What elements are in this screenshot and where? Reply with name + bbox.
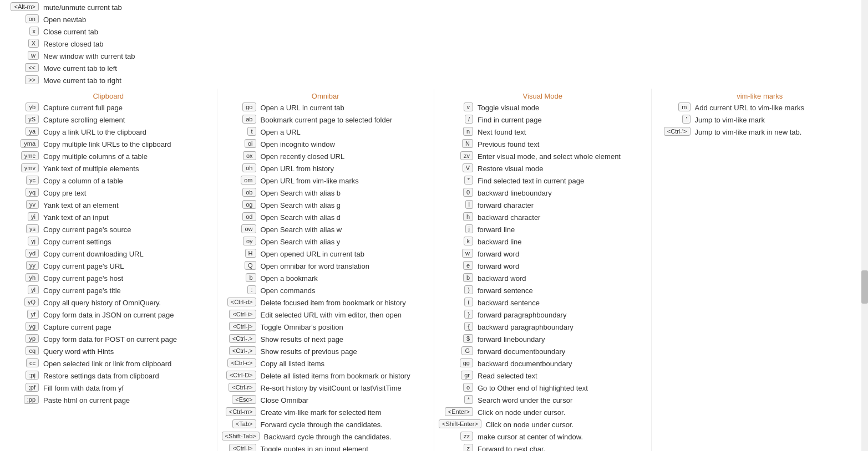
key-cell: <Ctrl-.> bbox=[222, 334, 261, 343]
key-cell: oy bbox=[222, 237, 261, 245]
table-row: bOpen a bookmark bbox=[222, 273, 430, 284]
desc-cell: forward lineboundary bbox=[478, 334, 647, 345]
table-row: <Ctrl-,>Show results of previous page bbox=[222, 346, 430, 357]
desc-cell: Click on node under cursor. bbox=[486, 419, 647, 430]
clipboard-column: Clipboard ybCapture current full pageySC… bbox=[0, 89, 217, 451]
table-row: ygCapture current page bbox=[4, 322, 212, 333]
key-badge: b bbox=[246, 273, 256, 282]
desc-cell: Fill form with data from yf bbox=[43, 383, 212, 394]
key-cell: <Ctrl-,> bbox=[222, 346, 261, 355]
table-row: yiYank text of an input bbox=[4, 212, 212, 223]
table-row: yvYank text of an element bbox=[4, 200, 212, 211]
key-badge: <Ctrl-l> bbox=[229, 444, 256, 451]
omnibar-header: Omnibar bbox=[222, 92, 430, 100]
key-cell: $ bbox=[439, 334, 478, 343]
key-badge: << bbox=[25, 63, 39, 72]
key-badge: yj bbox=[28, 237, 39, 245]
key-badge: <Ctrl-i> bbox=[229, 310, 256, 319]
table-row: <Ctrl-j>Toggle Omnibar's position bbox=[222, 322, 430, 333]
key-badge: * bbox=[464, 176, 473, 184]
key-badge: oi bbox=[245, 139, 256, 148]
key-cell: N bbox=[439, 139, 478, 148]
desc-cell: Restore closed tab bbox=[43, 39, 864, 50]
key-cell: b bbox=[222, 273, 261, 282]
key-cell: n bbox=[439, 127, 478, 136]
key-cell: zz bbox=[439, 432, 478, 440]
key-badge: ( bbox=[464, 298, 473, 306]
table-row: tOpen a URL bbox=[222, 127, 430, 138]
desc-cell: Copy all query history of OmniQuery. bbox=[43, 298, 212, 309]
desc-cell: Capture scrolling element bbox=[43, 115, 212, 126]
table-row: <Ctrl-d>Delete focused item from bookmar… bbox=[222, 298, 430, 309]
desc-cell: Jump to vim-like mark in new tab. bbox=[695, 127, 864, 138]
table-row: kbackward line bbox=[439, 237, 647, 248]
key-cell: zv bbox=[439, 151, 478, 160]
key-cell: <Ctrl-m> bbox=[222, 407, 261, 416]
desc-cell: Copy current downloading URL bbox=[43, 249, 212, 260]
scrollbar-thumb[interactable] bbox=[861, 270, 868, 304]
desc-cell: backward line bbox=[478, 237, 647, 248]
key-badge: od bbox=[242, 212, 256, 221]
table-row: QOpen omnibar for word translation bbox=[222, 261, 430, 272]
key-cell: l bbox=[439, 200, 478, 209]
desc-cell: Find in current page bbox=[478, 115, 647, 126]
table-row: <Tab>Forward cycle through the candidate… bbox=[222, 419, 430, 430]
table-row: lforward character bbox=[439, 200, 647, 211]
key-badge: yS bbox=[25, 115, 39, 124]
key-badge: e bbox=[463, 261, 473, 270]
key-cell: yg bbox=[4, 322, 43, 331]
table-row: mAdd current URL to vim-like marks bbox=[656, 102, 864, 114]
desc-cell: make cursor at center of window. bbox=[478, 432, 647, 443]
key-cell: m bbox=[656, 102, 695, 111]
table-row: ymvYank text of multiple elements bbox=[4, 163, 212, 175]
desc-cell: Yank text of multiple elements bbox=[43, 163, 212, 175]
desc-cell: Show results of previous page bbox=[261, 346, 430, 357]
key-badge: <Shift-Enter> bbox=[439, 419, 481, 428]
key-badge: ymc bbox=[21, 151, 39, 160]
desc-cell: Open selected link or link from clipboar… bbox=[43, 358, 212, 370]
table-row: onOpen newtab bbox=[4, 14, 864, 25]
desc-cell: Restore visual mode bbox=[478, 163, 647, 175]
desc-cell: Create vim-like mark for selected item bbox=[261, 407, 430, 418]
key-cell: <Esc> bbox=[222, 395, 261, 404]
key-cell: ymv bbox=[4, 163, 43, 172]
key-cell: yd bbox=[4, 249, 43, 258]
key-cell: e bbox=[439, 261, 478, 270]
key-cell: * bbox=[439, 395, 478, 404]
key-badge: z bbox=[464, 444, 474, 451]
scrollbar[interactable] bbox=[861, 0, 868, 451]
key-cell: gr bbox=[439, 371, 478, 380]
desc-cell: forward word bbox=[478, 261, 647, 272]
key-cell: yq bbox=[4, 188, 43, 197]
key-cell: b bbox=[439, 273, 478, 282]
desc-cell: forward sentence bbox=[478, 285, 647, 296]
table-row: zzmake cursor at center of window. bbox=[439, 432, 647, 443]
key-badge: <Ctrl-d> bbox=[227, 298, 256, 306]
table-row: <Ctrl-D>Delete all listed items from boo… bbox=[222, 371, 430, 382]
table-row: obOpen Search with alias b bbox=[222, 188, 430, 199]
key-cell: G bbox=[439, 346, 478, 355]
desc-cell: Search word under the cursor bbox=[478, 395, 647, 406]
key-badge: yl bbox=[28, 285, 39, 294]
key-badge: ' bbox=[682, 115, 690, 124]
table-row: odOpen Search with alias d bbox=[222, 212, 430, 223]
key-badge: w bbox=[462, 249, 473, 258]
desc-cell: Click on node under cursor. bbox=[478, 407, 647, 418]
key-badge: : bbox=[247, 285, 256, 294]
table-row: <Alt-m>mute/unmute current tab bbox=[4, 2, 864, 13]
desc-cell: Toggle quotes in an input element bbox=[261, 444, 430, 451]
desc-cell: Read selected text bbox=[478, 371, 647, 382]
key-badge: <Alt-m> bbox=[11, 2, 39, 11]
desc-cell: Open URL from vim-like marks bbox=[261, 176, 430, 187]
key-cell: yh bbox=[4, 273, 43, 282]
key-badge: G bbox=[461, 346, 473, 355]
key-badge: <Ctrl-.> bbox=[229, 334, 256, 343]
desc-cell: Open Search with alias y bbox=[261, 237, 430, 248]
key-badge: >> bbox=[25, 75, 39, 84]
table-row: ohOpen URL from history bbox=[222, 163, 430, 175]
key-badge: on bbox=[26, 14, 39, 23]
desc-cell: backward word bbox=[478, 273, 647, 284]
table-row: vToggle visual mode bbox=[439, 102, 647, 114]
table-row: yyCopy current page's URL bbox=[4, 261, 212, 272]
key-badge: m bbox=[678, 102, 690, 111]
